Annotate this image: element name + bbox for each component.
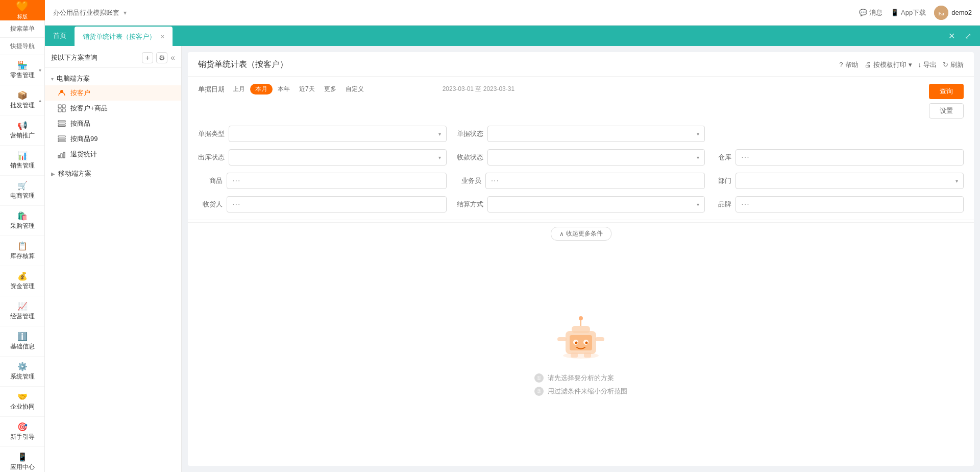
quicknav-label[interactable]: 快捷导航: [0, 38, 44, 55]
order-type-select[interactable]: ▾: [229, 126, 447, 142]
page-actions: ? 帮助 🖨 按模板打印 ▾ ↓ 导出 ↻ 刷新: [839, 60, 964, 69]
sidebar-item-basic[interactable]: ℹ️ 基础信息: [0, 326, 44, 357]
scheme-item-by-customer-goods[interactable]: 按客户+商品: [45, 101, 181, 116]
tab-expand-button[interactable]: ⤢: [962, 30, 974, 42]
sidebar-item-operation[interactable]: 📈 经营管理: [0, 296, 44, 326]
help-label: 帮助: [845, 60, 859, 69]
header-dropdown-icon[interactable]: ▾: [124, 9, 127, 16]
tab-home[interactable]: 首页: [45, 26, 75, 46]
collapse-label: 收起更多条件: [566, 229, 603, 238]
tip-num-1: ①: [534, 373, 544, 383]
user-menu[interactable]: Ea demo2: [934, 6, 972, 20]
scheme-item-by-goods-99[interactable]: 按商品99: [45, 131, 181, 147]
collapse-more-button[interactable]: ∧ 收起更多条件: [551, 227, 611, 241]
ecommerce-icon: 🛒: [0, 181, 44, 191]
department-arrow: ▾: [955, 178, 958, 184]
wholesale-label: 批发管理: [0, 101, 44, 110]
date-range-text: 2023-03-01 至 2023-03-31: [443, 85, 514, 93]
marketing-icon: 📢: [0, 121, 44, 130]
scheme-panel: 按以下方案查询 + ⚙ « ▾ 电脑端方案 按客户: [45, 46, 182, 472]
settlement-select[interactable]: ▾: [487, 196, 705, 213]
scheme-group-desktop-toggle[interactable]: ▾ 电脑端方案: [45, 72, 181, 85]
scheme-group-mobile[interactable]: ▶ 移动端方案: [45, 166, 181, 181]
settings-button[interactable]: 设置: [929, 103, 964, 119]
by-goods-99-icon: [57, 134, 66, 144]
brand-select[interactable]: ···: [736, 196, 964, 213]
empty-tips: ① 请先选择要分析的方案 ② 用过滤条件来缩小分析范围: [534, 373, 627, 400]
sidebar-search[interactable]: 搜索菜单: [0, 20, 44, 38]
out-status-select[interactable]: ▾: [229, 149, 447, 166]
scheme-panel-header: 按以下方案查询 + ⚙ «: [45, 46, 181, 68]
sidebar-item-corp[interactable]: 🤝 企业协同: [0, 387, 44, 417]
scheme-setting-button[interactable]: ⚙: [156, 52, 167, 63]
empty-tip-1: ① 请先选择要分析的方案: [534, 373, 627, 383]
sidebar-quicknav[interactable]: 快捷导航: [0, 38, 44, 55]
retail-arrow: ▾: [39, 67, 41, 73]
warehouse-select[interactable]: ···: [736, 149, 964, 166]
date-btn-more[interactable]: 更多: [320, 84, 340, 95]
sidebar-item-system[interactable]: ⚙️ 系统管理: [0, 357, 44, 387]
sidebar-item-ecommerce[interactable]: 🛒 电商管理: [0, 176, 44, 206]
tab-close-all-button[interactable]: ✕: [945, 30, 958, 42]
sidebar-item-wholesale[interactable]: 📦 批发管理 ▴: [0, 85, 44, 115]
svg-rect-29: [584, 352, 591, 358]
settlement-label: 结算方式: [457, 200, 487, 209]
scheme-item-return-stat[interactable]: 退货统计: [45, 147, 181, 162]
sidebar-item-retail[interactable]: 🏪 零售管理 ▾: [0, 55, 44, 85]
filter-row-1: 单据日期 上月 本月 本年 近7天 更多 自定义 2023-03-0: [198, 84, 964, 119]
out-status-label: 出库状态: [198, 153, 229, 162]
inventory-icon: 📋: [0, 241, 44, 251]
scheme-panel-collapse-button[interactable]: «: [170, 53, 175, 62]
order-status-select[interactable]: ▾: [487, 126, 705, 142]
department-label: 部门: [715, 176, 736, 185]
tab-sales-stat[interactable]: 销货单统计表（按客户） ×: [75, 27, 173, 47]
msg-button[interactable]: 💬 消息: [859, 8, 883, 17]
sidebar-item-purchase[interactable]: 🛍️ 采购管理: [0, 206, 44, 236]
order-type-label: 单据类型: [198, 129, 229, 138]
query-button[interactable]: 查询: [929, 84, 964, 99]
svg-rect-7: [58, 121, 65, 122]
scheme-add-button[interactable]: +: [142, 52, 153, 63]
receipt-status-select[interactable]: ▾: [487, 149, 705, 166]
department-select[interactable]: ▾: [736, 173, 964, 189]
export-button[interactable]: ↓ 导出: [918, 60, 937, 69]
basic-label: 基础信息: [0, 342, 44, 351]
empty-state: ① 请先选择要分析的方案 ② 用过滤条件来缩小分析范围: [188, 245, 974, 466]
salesperson-select[interactable]: ···: [485, 173, 705, 189]
purchase-icon: 🛍️: [0, 211, 44, 221]
refresh-button[interactable]: ↻ 刷新: [943, 60, 964, 69]
sidebar-item-finance[interactable]: 💰 资金管理: [0, 266, 44, 296]
tab-home-label: 首页: [53, 31, 66, 40]
scheme-item-by-goods[interactable]: 按商品: [45, 116, 181, 131]
svg-rect-18: [570, 335, 592, 350]
by-goods-icon: [57, 119, 66, 128]
sidebar-item-inventory[interactable]: 📋 库存核算: [0, 236, 44, 266]
scheme-item-by-customer[interactable]: 按客户: [45, 85, 181, 101]
svg-rect-8: [58, 123, 65, 125]
main-wrapper: 办公用品行业模拟账套 ▾ 💬 消息 📱 App下载 Ea demo2: [45, 0, 980, 472]
template-print-button[interactable]: 🖨 按模板打印 ▾: [865, 60, 912, 69]
svg-rect-10: [58, 136, 65, 137]
app-download-button[interactable]: 📱 App下载: [891, 8, 926, 17]
sidebar-item-appstore[interactable]: 📱 应用中心: [0, 447, 44, 472]
date-btn-this-year[interactable]: 本年: [274, 84, 294, 95]
date-btn-last-month[interactable]: 上月: [229, 84, 249, 95]
consignee-select[interactable]: ···: [227, 196, 447, 213]
system-icon: ⚙️: [0, 362, 44, 371]
date-btn-last7[interactable]: 近7天: [295, 84, 319, 95]
collapse-bar: ∧ 收起更多条件: [188, 222, 974, 245]
search-menu-label[interactable]: 搜索菜单: [10, 25, 35, 32]
help-button[interactable]: ? 帮助: [839, 60, 858, 69]
print-dropdown-icon: ▾: [909, 61, 912, 68]
sidebar-item-newbie[interactable]: 🎯 新手引导: [0, 417, 44, 447]
date-btn-this-month[interactable]: 本月: [250, 84, 273, 95]
username-label: demo2: [951, 9, 972, 16]
date-btn-custom[interactable]: 自定义: [341, 84, 368, 95]
brand-dots: ···: [741, 200, 749, 209]
tab-close-icon[interactable]: ×: [161, 33, 164, 40]
sidebar-item-sales[interactable]: 📊 销售管理: [0, 146, 44, 176]
filter-settlement: 结算方式 ▾: [457, 196, 705, 213]
sidebar-item-marketing[interactable]: 📢 营销推广: [0, 115, 44, 146]
goods-select[interactable]: ···: [227, 173, 447, 189]
operation-label: 经营管理: [0, 312, 44, 321]
